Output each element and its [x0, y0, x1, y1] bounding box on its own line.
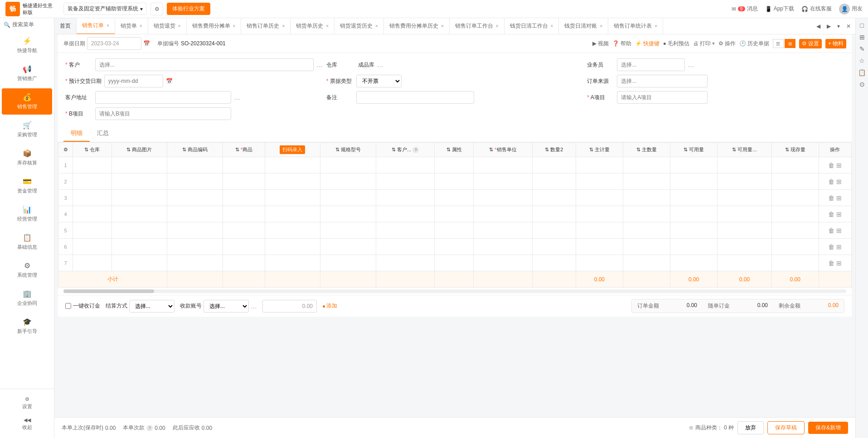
row-3-col-6[interactable] — [320, 190, 376, 206]
row-3-col-2[interactable] — [112, 190, 167, 206]
add-button[interactable]: ● 添加 — [322, 302, 337, 310]
detail-tab-summary[interactable]: 汇总 — [90, 125, 116, 142]
row-5-col-7[interactable] — [376, 222, 435, 239]
row-4-col-13[interactable] — [670, 206, 718, 222]
salesperson-expand-btn[interactable]: … — [688, 61, 694, 68]
tab-close-return[interactable]: × — [178, 24, 181, 29]
row-5-col-8[interactable] — [435, 222, 474, 239]
gear-button[interactable]: ⚙ — [150, 3, 163, 15]
row-1-col-15[interactable] — [771, 157, 819, 173]
row-6-col-15[interactable] — [771, 239, 819, 255]
row-6-col-7[interactable] — [376, 239, 435, 255]
row-1-col-13[interactable] — [670, 157, 718, 173]
row-4-col-12[interactable] — [623, 206, 670, 222]
row-7-col-11[interactable] — [576, 255, 623, 271]
sidebar-collapse[interactable]: ◀◀ 收起 — [0, 414, 54, 434]
row-5-col-3[interactable] — [167, 222, 223, 239]
row-7-col-4[interactable] — [223, 255, 265, 271]
row-7-col-2[interactable] — [112, 255, 167, 271]
row-4-col-8[interactable] — [435, 206, 474, 222]
tab-close-order-history[interactable]: × — [282, 24, 285, 29]
row-5-col-13[interactable] — [670, 222, 718, 239]
row-6-col-1[interactable] — [73, 239, 112, 255]
rs-btn-4[interactable]: ☆ — [857, 55, 868, 66]
tab-close-invoice[interactable]: × — [140, 24, 142, 29]
row-6-col-5[interactable] — [265, 239, 320, 255]
message-item[interactable]: ✉ 9 消息 — [732, 5, 758, 13]
row-5-col-10[interactable] — [532, 222, 576, 239]
sidebar-item-quick-nav[interactable]: ⚡ 快捷导航 — [2, 32, 52, 58]
view-action[interactable]: ▶ 视频 — [592, 40, 609, 48]
tab-stats[interactable]: 销售订单统计表 × — [608, 18, 663, 34]
row-5-col-5[interactable] — [265, 222, 320, 239]
industry-button[interactable]: 体验行业方案 — [167, 3, 210, 15]
tab-next-button[interactable]: ▶ — [824, 23, 834, 29]
row-2-col-15[interactable] — [771, 173, 819, 190]
table-scrollbar[interactable] — [63, 289, 846, 293]
row-1-col-5[interactable] — [265, 157, 320, 173]
row-6-col-3[interactable] — [167, 239, 223, 255]
row-delete-btn[interactable]: 🗑 — [828, 178, 834, 185]
row-2-col-9[interactable] — [474, 173, 533, 190]
row-7-col-14[interactable] — [718, 255, 772, 271]
current-help-icon[interactable]: ? — [146, 425, 153, 431]
row-4-col-7[interactable] — [376, 206, 435, 222]
row-5-col-2[interactable] — [112, 222, 167, 239]
tab-order-history[interactable]: 销售订单历史 × — [241, 18, 291, 34]
row-1-col-6[interactable] — [320, 157, 376, 173]
sidebar-item-guide[interactable]: 🎓 新手引导 — [2, 313, 52, 339]
tab-close-order-workbench[interactable]: × — [496, 24, 499, 29]
order-source-input[interactable] — [617, 75, 708, 87]
list-view-btn[interactable]: ☰ — [773, 39, 784, 48]
salesperson-input[interactable] — [617, 58, 685, 71]
row-1-col-1[interactable] — [73, 157, 112, 173]
ops-action[interactable]: ⚙ 操作 — [718, 40, 736, 48]
app-download-item[interactable]: 📱 App下载 — [765, 5, 794, 13]
row-5-col-15[interactable] — [771, 222, 819, 239]
row-7-col-13[interactable] — [670, 255, 718, 271]
row-1-col-2[interactable] — [112, 157, 167, 173]
row-copy-btn[interactable]: ⊞ — [836, 162, 842, 169]
row-3-col-7[interactable] — [376, 190, 435, 206]
delivery-date-input[interactable] — [104, 75, 163, 87]
row-4-col-2[interactable] — [112, 206, 167, 222]
row-6-col-14[interactable] — [718, 239, 772, 255]
settings-action[interactable]: ⚙ 设置 — [799, 39, 822, 48]
search-menu-item[interactable]: 🔍 搜索菜单 — [0, 18, 54, 31]
row-4-col-6[interactable] — [320, 206, 376, 222]
row-4-col-11[interactable] — [576, 206, 623, 222]
row-3-col-11[interactable] — [576, 190, 623, 206]
row-2-col-11[interactable] — [576, 173, 623, 190]
row-3-col-9[interactable] — [474, 190, 533, 206]
row-7-col-10[interactable] — [532, 255, 576, 271]
tab-expense-history[interactable]: 销售费用分摊单历史 × — [384, 18, 450, 34]
row-3-col-8[interactable] — [435, 190, 474, 206]
row-3-col-4[interactable] — [223, 190, 265, 206]
receipt-account-select[interactable]: 选择... — [204, 300, 249, 313]
amount-input[interactable] — [262, 300, 317, 313]
row-2-col-1[interactable] — [73, 173, 112, 190]
row-2-col-6[interactable] — [320, 173, 376, 190]
row-3-col-3[interactable] — [167, 190, 223, 206]
row-4-col-4[interactable] — [223, 206, 265, 222]
row-delete-btn[interactable]: 🗑 — [828, 211, 834, 218]
tab-menu-button[interactable]: ▾ — [834, 23, 843, 29]
discard-button[interactable]: 放弃 — [737, 421, 764, 434]
row-6-col-6[interactable] — [320, 239, 376, 255]
row-4-col-1[interactable] — [73, 206, 112, 222]
tab-close-expense[interactable]: × — [233, 24, 236, 29]
rs-btn-5[interactable]: 📋 — [857, 67, 868, 78]
tab-invoice-history[interactable]: 销货单历史 × — [291, 18, 335, 34]
row-copy-btn[interactable]: ⊞ — [836, 227, 842, 234]
tab-sales-return[interactable]: 销货退货 × — [148, 18, 187, 34]
save-draft-button[interactable]: 保存草稿 — [767, 421, 805, 434]
row-3-col-10[interactable] — [532, 190, 576, 206]
row-delete-btn[interactable]: 🗑 — [828, 162, 834, 169]
row-4-col-5[interactable] — [265, 206, 320, 222]
row-copy-btn[interactable]: ⊞ — [836, 211, 842, 218]
customer-expand-btn[interactable]: … — [316, 61, 323, 68]
note-input[interactable] — [356, 91, 474, 104]
tab-close-all-button[interactable]: ✕ — [844, 23, 853, 29]
row-5-col-9[interactable] — [474, 222, 533, 239]
row-4-col-14[interactable] — [718, 206, 772, 222]
